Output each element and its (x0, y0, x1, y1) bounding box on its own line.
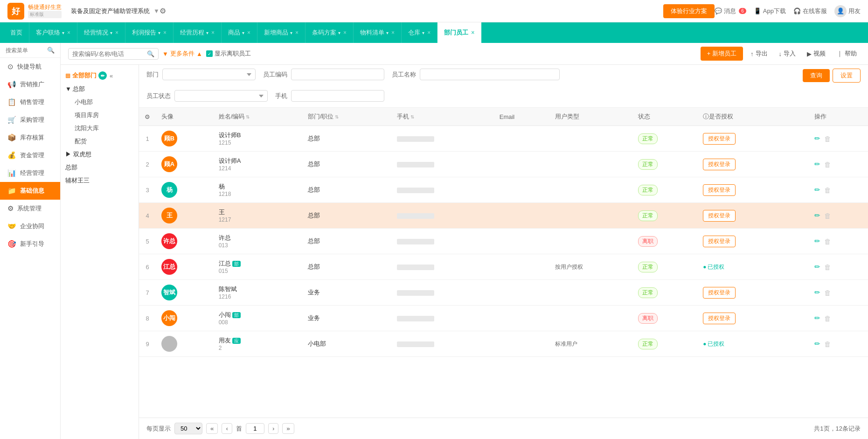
delete-button[interactable]: 🗑 (824, 263, 831, 271)
video-button[interactable]: ▶ 视频 (803, 48, 829, 60)
edit-button[interactable]: ✏ (814, 288, 820, 297)
edit-button[interactable]: ✏ (814, 263, 820, 271)
sidebar-item-purchase[interactable]: 🛒 采购管理 (0, 111, 60, 129)
dept-item-buzhiwangsan[interactable]: 辅材王三 (61, 174, 139, 187)
tab-profit[interactable]: 利润报告 ▾× (125, 22, 174, 43)
settings-button[interactable]: 设置 (833, 69, 861, 83)
delete-button[interactable]: 🗑 (824, 212, 831, 220)
filter-phone-input[interactable] (291, 90, 384, 102)
sidebar-item-sales[interactable]: 📋 销售管理 (0, 93, 60, 111)
auth-login-button[interactable]: 授权登录 (703, 287, 736, 299)
dept-item-shuangxiang[interactable]: ▶ 双虎想 (61, 148, 139, 161)
th-name[interactable]: 姓名/编码 (213, 108, 302, 126)
per-page-select[interactable]: 50 100 (174, 423, 202, 434)
th-dept[interactable]: 部门/职位 (302, 108, 391, 126)
sidebar-item-quick-nav[interactable]: ⊙ 快捷导航 (0, 58, 60, 76)
filter-code-input[interactable] (291, 69, 384, 80)
first-page-button[interactable]: « (206, 423, 218, 434)
delete-button[interactable]: 🗑 (824, 186, 831, 194)
auth-login-button[interactable]: 授权登录 (703, 159, 736, 170)
last-page-button[interactable]: » (282, 423, 294, 434)
show-dimission-checkbox[interactable]: ✓ 显示离职员工 (206, 49, 251, 58)
page-number-input[interactable] (246, 423, 264, 434)
auth-login-button[interactable]: 授权登录 (703, 133, 736, 145)
query-button[interactable]: 查询 (803, 69, 830, 82)
edit-button[interactable]: ✏ (814, 186, 820, 194)
edit-button[interactable]: ✏ (814, 160, 820, 168)
edit-button[interactable]: ✏ (814, 340, 820, 348)
dept-item-zonbu-group[interactable]: ▼ 总部 (61, 83, 139, 96)
delete-button[interactable]: 🗑 (824, 160, 831, 168)
app-download-button[interactable]: 📱 App下载 (754, 7, 786, 15)
tab-history[interactable]: 经营历程 ▾× (174, 22, 222, 43)
dept-all-header[interactable]: ⊞ 全部部门 ✏ « (61, 69, 139, 83)
online-service-button[interactable]: 🎧 在线客服 (793, 7, 827, 15)
sidebar-search-input[interactable] (6, 47, 47, 54)
sidebar-item-guide[interactable]: 🎯 新手引导 (0, 235, 60, 253)
user-avatar[interactable]: 👤 用友 (834, 5, 861, 17)
tab-new-product[interactable]: 新增商品 ▾× (257, 22, 306, 43)
dropdown-arrow-icon[interactable]: ▼ (153, 7, 160, 14)
sidebar-item-inventory[interactable]: 📦 库存核算 (0, 129, 60, 146)
help-button[interactable]: ｜ 帮助 (833, 48, 861, 60)
search-icon[interactable]: 🔍 (147, 50, 154, 57)
sidebar-item-collab[interactable]: 🤝 企业协同 (0, 217, 60, 235)
close-icon[interactable]: × (247, 29, 250, 36)
tab-barcode[interactable]: 条码方案 ▾× (306, 22, 354, 43)
delete-button[interactable]: 🗑 (824, 289, 831, 297)
delete-button[interactable]: 🗑 (824, 135, 831, 143)
sidebar-item-system[interactable]: ⚙ 系统管理 (0, 200, 60, 217)
dept-item-xiangmu[interactable]: 项目库房 (61, 109, 139, 122)
close-icon[interactable]: × (295, 29, 299, 36)
delete-button[interactable]: 🗑 (824, 237, 831, 245)
close-icon[interactable]: × (427, 29, 431, 36)
messages-button[interactable]: 💬 消息 6 (715, 7, 746, 15)
filter-status-select[interactable] (174, 90, 268, 102)
close-icon[interactable]: × (343, 29, 347, 36)
tab-operations[interactable]: 经营情况 ▾× (77, 22, 125, 43)
try-industry-button[interactable]: 体验行业方案 (663, 4, 715, 18)
close-icon[interactable]: × (163, 29, 167, 36)
th-phone[interactable]: 手机 (391, 108, 494, 126)
dept-item-xiaodian[interactable]: 小电部 (61, 96, 139, 109)
auth-login-button[interactable]: 授权登录 (703, 236, 736, 247)
tab-customer[interactable]: 客户联络 ▾× (29, 22, 77, 43)
add-employee-button[interactable]: + 新增员工 (701, 47, 743, 61)
tab-employees[interactable]: 部门员工 × (437, 22, 481, 43)
filter-dept-select[interactable] (162, 69, 256, 80)
search-input[interactable] (72, 50, 147, 57)
close-icon[interactable]: × (391, 29, 395, 36)
dept-edit-icon[interactable]: ✏ (98, 71, 107, 80)
delete-button[interactable]: 🗑 (824, 340, 831, 348)
close-icon[interactable]: × (67, 29, 70, 36)
more-filter-button[interactable]: ▼ 更多条件 ▲ (162, 49, 202, 58)
dept-collapse-icon[interactable]: « (110, 72, 113, 79)
tab-bom[interactable]: 物料清单 ▾× (354, 22, 402, 43)
sidebar-item-operations[interactable]: 📊 经营管理 (0, 164, 60, 182)
auth-login-button[interactable]: 授权登录 (703, 210, 736, 222)
next-page-button[interactable]: › (268, 423, 278, 434)
delete-button[interactable]: 🗑 (824, 314, 831, 322)
dept-item-shenyang[interactable]: 沈阳大库 (61, 122, 139, 135)
dept-item-zongbu2[interactable]: 总部 (61, 161, 139, 174)
th-settings[interactable]: ⚙ (139, 108, 156, 126)
auth-login-button[interactable]: 授权登录 (703, 313, 736, 324)
close-icon[interactable]: × (471, 29, 474, 36)
sidebar-item-marketing[interactable]: 📢 营销推广 (0, 76, 60, 93)
tab-home[interactable]: 首页 (4, 22, 29, 43)
sidebar-item-finance[interactable]: 💰 资金管理 (0, 146, 60, 164)
tab-products[interactable]: 商品 ▾× (222, 22, 257, 43)
edit-button[interactable]: ✏ (814, 237, 820, 245)
filter-name-input[interactable] (420, 69, 560, 80)
settings-button[interactable]: ⚙ (160, 7, 166, 15)
auth-login-button[interactable]: 授权登录 (703, 184, 736, 196)
prev-page-button[interactable]: ‹ (222, 423, 232, 434)
close-icon[interactable]: × (211, 29, 215, 36)
export-button[interactable]: ↑ 导出 (747, 48, 771, 60)
edit-button[interactable]: ✏ (814, 134, 820, 143)
close-icon[interactable]: × (115, 29, 118, 36)
tab-warehouse[interactable]: 仓库 ▾× (402, 22, 437, 43)
sidebar-item-basic[interactable]: 📁 基础信息 (0, 182, 60, 200)
import-button[interactable]: ↓ 导入 (775, 48, 800, 60)
edit-button[interactable]: ✏ (814, 211, 820, 220)
